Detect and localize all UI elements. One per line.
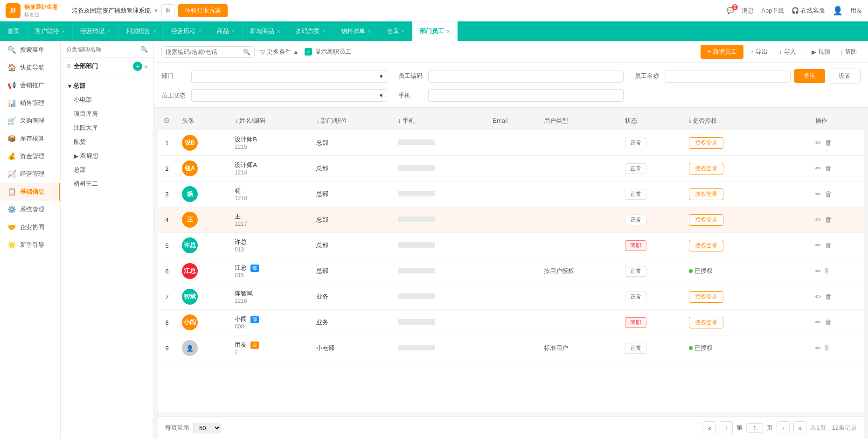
tab-barcode[interactable]: 条码方案 × [288,21,333,41]
dept-node-project[interactable]: 项目库房 [61,107,153,121]
next-page-button[interactable]: › [777,421,790,434]
sidebar-item-inventory[interactable]: 📦 库存核算 [0,130,60,147]
auth-login-button[interactable]: 授权登录 [689,291,723,303]
edit-button[interactable]: ✏ [815,267,821,275]
sidebar-item-basic[interactable]: 📋 基础信息 [0,183,60,201]
delete-button[interactable]: 🗑 [825,318,832,327]
settings-gear-icon[interactable]: ⚙ [163,117,170,125]
dept-node-zhishu[interactable]: 植树王二 [61,177,153,191]
online-service[interactable]: 🎧 在线客服 [792,7,825,15]
close-icon[interactable]: × [198,28,201,34]
name-input[interactable] [665,70,791,83]
tab-profit[interactable]: 利润报告 × [118,21,164,41]
dept-node-general[interactable]: ▾ 总部 [61,79,153,93]
dept-node-peihuo[interactable]: 配货 [61,135,153,149]
edit-button[interactable]: ✏ [815,216,821,224]
tab-warehouse[interactable]: 仓库 × [379,21,412,41]
auth-login-button[interactable]: 授权登录 [689,317,723,328]
delete-button[interactable]: 🗑 [825,293,832,301]
app-download[interactable]: App下载 [761,7,784,15]
search-input[interactable] [166,49,240,56]
close-icon[interactable]: × [232,28,235,34]
dept-search-icon[interactable]: 🔍 [140,46,148,53]
delete-button[interactable]: 🗑 [825,164,832,173]
close-icon-staff[interactable]: × [447,28,450,34]
edit-button[interactable]: ✏ [815,139,821,147]
phone-input[interactable] [428,89,624,102]
dept-select[interactable]: ▾ [191,70,387,83]
user-label[interactable]: 用友 [850,7,862,15]
auth-login-button[interactable]: 授权登录 [689,137,723,149]
dept-node-shuanglu[interactable]: ▶ 双鹿想 [61,149,153,163]
sidebar-item-system[interactable]: ⚙️ 系统管理 [0,201,60,218]
trial-button[interactable]: 体验行业方案 [178,4,228,17]
auth-login-button[interactable]: 授权登录 [689,188,723,200]
import-button[interactable]: ↓ 导入 [775,45,800,58]
dept-search-input[interactable] [66,46,138,53]
dept-all-label[interactable]: 全部部门 [74,62,98,70]
sidebar-item-finance[interactable]: 💰 资金管理 [0,147,60,165]
delete-button[interactable]: 🗑 [825,139,832,147]
code-input[interactable] [428,70,624,83]
dept-node-zongbu[interactable]: 总部 [61,163,153,177]
tab-history[interactable]: 经营历程 × [164,21,209,41]
sidebar-item-purchase[interactable]: 🛒 采购管理 [0,112,60,130]
edit-button[interactable]: ✏ [815,344,821,352]
dept-node-shenyang[interactable]: 沈阳大库 [61,121,153,135]
edit-button[interactable]: ✏ [815,293,821,301]
last-page-button[interactable]: » [793,421,806,434]
copy-button[interactable]: ⎘ [825,344,829,352]
set-button[interactable]: 设置 [829,69,861,84]
edit-button[interactable]: ✏ [815,190,821,198]
help-button[interactable]: | 帮助 [838,45,861,58]
auth-login-button[interactable]: 授权登录 [689,240,723,251]
sidebar-item-guide[interactable]: 🌟 新手引导 [0,236,60,254]
dept-collapse-btn[interactable]: « [144,63,148,70]
close-icon[interactable]: × [323,28,326,34]
page-number-input[interactable] [746,423,763,433]
first-page-button[interactable]: « [703,421,716,434]
close-icon[interactable]: × [153,28,156,34]
delete-button[interactable]: 🗑 [825,190,832,198]
sidebar-item-collab[interactable]: 🤝 企业协同 [0,218,60,236]
checkbox-resigned[interactable]: ✓ [305,48,312,56]
sidebar-item-sales[interactable]: 📊 销售管理 [0,94,60,112]
view-button[interactable]: ▶ 视频 [808,45,834,58]
close-icon[interactable]: × [402,28,404,34]
page-size-select[interactable]: 50 100 200 [193,423,221,433]
tab-add-goods[interactable]: 新增商品 × [243,21,288,41]
dept-add-btn[interactable]: + [133,62,142,71]
edit-button[interactable]: ✏ [815,164,821,173]
sidebar-item-search[interactable]: 🔍 搜索菜单 [0,41,60,59]
close-icon[interactable]: × [62,28,65,34]
query-button[interactable]: 查询 [794,69,825,83]
close-icon[interactable]: × [107,28,110,34]
sidebar-item-marketing[interactable]: 📢 营销推广 [0,77,60,94]
export-button[interactable]: ↑ 导出 [747,45,772,58]
add-employee-button[interactable]: + 新增员工 [701,45,743,59]
edit-button[interactable]: ✏ [815,318,821,327]
gear-button[interactable]: ⚙ [161,4,174,17]
close-icon[interactable]: × [368,28,371,34]
tab-customer[interactable]: 客户联络 × [28,21,73,41]
tab-bom[interactable]: 物料清单 × [333,21,379,41]
tab-goods[interactable]: 商品 × [209,21,243,41]
search-btn-icon[interactable]: 🔍 [243,49,250,56]
tab-staff[interactable]: 部门员工 × [412,21,458,41]
delete-button[interactable]: 🗑 [825,241,832,250]
delete-button[interactable]: 🗑 [825,216,832,224]
show-resigned-toggle[interactable]: ✓ 显示离职员工 [305,48,351,56]
sidebar-item-mgmt[interactable]: 📈 经营管理 [0,165,60,183]
auth-login-button[interactable]: 授权登录 [689,163,723,174]
more-filter-btn[interactable]: ▽ 更多条件 ▲ [260,48,299,56]
tab-home[interactable]: 首页 [0,21,28,41]
close-icon[interactable]: × [277,28,280,34]
dropdown-icon[interactable]: ▾ [154,7,158,14]
tab-operation[interactable]: 经营情况 × [73,21,118,41]
status-select[interactable]: ▾ [191,89,387,102]
copy-button[interactable]: ⎘ [825,267,829,275]
dept-node-xiaodian[interactable]: 小电部 [61,93,153,107]
prev-page-button[interactable]: ‹ [720,421,733,434]
message-icon[interactable]: 💬 5 [727,7,734,14]
sidebar-item-nav[interactable]: 🏠 快捷导航 [0,59,60,77]
